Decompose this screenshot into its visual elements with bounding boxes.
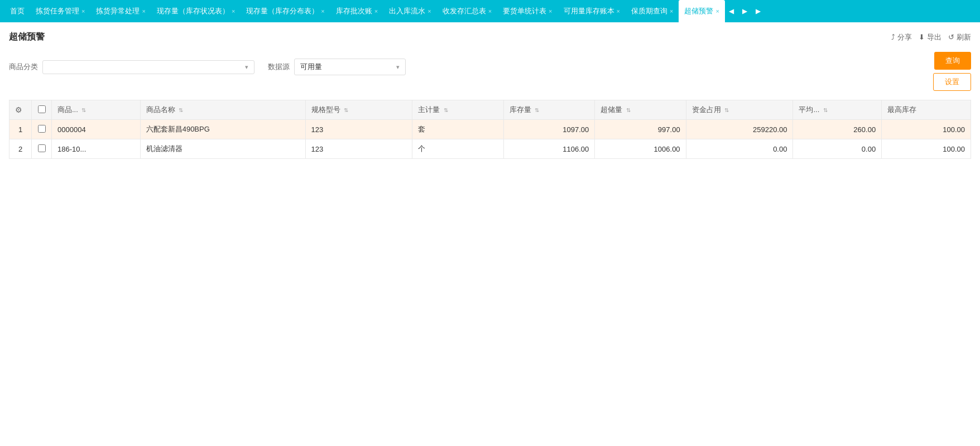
cell-capital: 0.00: [686, 139, 793, 159]
cell-stock: 1106.00: [503, 139, 594, 159]
settings-button[interactable]: 设置: [933, 73, 971, 91]
nav-more-arrow[interactable]: ▶: [752, 0, 765, 22]
datasource-filter: 数据源 可用量 ▾: [268, 59, 406, 75]
cell-overstock: 1006.00: [595, 139, 686, 159]
cell-overstock: 997.00: [595, 120, 686, 139]
row-checkbox-cell: [32, 139, 52, 159]
th-max-stock[interactable]: 最高库存: [882, 100, 971, 120]
cell-spec: 123: [305, 120, 412, 139]
gear-icon[interactable]: ⚙: [15, 105, 22, 114]
export-icon: ⬇: [919, 33, 925, 41]
sort-icon: ⇅: [535, 107, 539, 113]
close-icon[interactable]: ×: [670, 8, 673, 14]
cell-max-stock: 100.00: [882, 139, 971, 159]
datasource-value: 可用量: [300, 62, 322, 72]
close-icon[interactable]: ×: [374, 8, 378, 14]
cell-avg: 260.00: [793, 120, 882, 139]
page-title: 超储预警: [9, 31, 45, 43]
close-icon[interactable]: ×: [142, 8, 145, 14]
th-avg[interactable]: 平均... ⇅: [793, 100, 882, 120]
main-content: 超储预警 ⤴ 分享 ⬇ 导出 ↺ 刷新 商品分类 ▾: [0, 22, 980, 446]
cell-unit: 个: [412, 139, 503, 159]
sort-icon: ⇅: [626, 107, 631, 113]
datasource-label: 数据源: [268, 62, 290, 72]
close-icon[interactable]: ×: [81, 8, 85, 14]
th-unit[interactable]: 主计量 ⇅: [412, 100, 503, 120]
th-capital[interactable]: 资金占用 ⇅: [686, 100, 793, 120]
share-icon: ⤴: [891, 33, 895, 41]
th-stock[interactable]: 库存量 ⇅: [503, 100, 594, 120]
sort-icon: ⇅: [444, 107, 448, 113]
nav-item-stock-status[interactable]: 现存量（库存状况表） ×: [151, 0, 241, 22]
cell-avg: 0.00: [793, 139, 882, 159]
refresh-icon: ↺: [948, 33, 954, 41]
cell-product-code: 186-10...: [52, 139, 141, 159]
table-row: 2 186-10... 机油滤清器 123 个 1106.00 1006.00 …: [9, 139, 971, 159]
cell-capital: 259220.00: [686, 120, 793, 139]
filter-buttons: 查询 设置: [933, 52, 971, 91]
cell-product-name: 机油滤清器: [140, 139, 305, 159]
row-checkbox[interactable]: [38, 144, 46, 152]
row-checkbox-cell: [32, 120, 52, 139]
th-product-name[interactable]: 商品名称 ⇅: [140, 100, 305, 120]
select-all-checkbox[interactable]: [38, 105, 46, 113]
close-icon[interactable]: ×: [232, 8, 235, 14]
sort-icon: ⇅: [179, 107, 183, 113]
nav-item-home[interactable]: 首页: [4, 0, 30, 22]
row-checkbox[interactable]: [38, 125, 46, 133]
chevron-down-icon: ▾: [245, 64, 248, 71]
nav-left-arrow[interactable]: ◀: [725, 0, 738, 22]
sort-icon: ⇅: [823, 107, 828, 113]
page-header: 超储预警 ⤴ 分享 ⬇ 导出 ↺ 刷新: [9, 31, 971, 43]
export-button[interactable]: ⬇ 导出: [919, 32, 941, 42]
close-icon[interactable]: ×: [427, 8, 431, 14]
th-overstock[interactable]: 超储量 ⇅: [595, 100, 686, 120]
datasource-select[interactable]: 可用量 ▾: [294, 59, 406, 75]
nav-item-inout-flow[interactable]: 出入库流水 ×: [383, 0, 436, 22]
nav-item-available[interactable]: 可用量库存账本 ×: [558, 0, 626, 22]
nav-item-stock-dist[interactable]: 现存量（库存分布表） ×: [241, 0, 330, 22]
th-product-code[interactable]: 商品... ⇅: [52, 100, 141, 120]
close-icon[interactable]: ×: [321, 8, 324, 14]
chevron-down-icon: ▾: [396, 64, 400, 71]
cell-stock: 1097.00: [503, 120, 594, 139]
cell-max-stock: 100.00: [882, 120, 971, 139]
refresh-button[interactable]: ↺ 刷新: [948, 32, 971, 42]
cell-product-code: 0000004: [52, 120, 141, 139]
nav-item-expiry[interactable]: 保质期查询 ×: [626, 0, 679, 22]
nav-item-task-mgmt[interactable]: 拣货任务管理 ×: [30, 0, 90, 22]
category-filter: 商品分类 ▾: [9, 60, 254, 74]
cell-unit: 套: [412, 120, 503, 139]
cell-product-name: 六配套新昌490BPG: [140, 120, 305, 139]
sort-icon: ⇅: [344, 107, 348, 113]
close-icon[interactable]: ×: [617, 8, 620, 14]
nav-item-batch[interactable]: 库存批次账 ×: [330, 0, 383, 22]
table-row: 1 0000004 六配套新昌490BPG 123 套 1097.00 997.…: [9, 120, 971, 139]
nav-item-overstock[interactable]: 超储预警 ×: [679, 0, 724, 22]
th-settings[interactable]: ⚙: [9, 100, 32, 120]
nav-right-arrow[interactable]: ▶: [738, 0, 752, 22]
data-table: ⚙ 商品... ⇅ 商品名称 ⇅ 规格型号 ⇅ 主计量: [9, 100, 971, 159]
query-button[interactable]: 查询: [934, 52, 971, 70]
top-navigation: 首页 拣货任务管理 × 拣货异常处理 × 现存量（库存状况表） × 现存量（库存…: [0, 0, 980, 22]
cell-spec: 123: [305, 139, 412, 159]
close-icon[interactable]: ×: [549, 8, 552, 14]
th-spec[interactable]: 规格型号 ⇅: [305, 100, 412, 120]
header-actions: ⤴ 分享 ⬇ 导出 ↺ 刷新: [891, 32, 971, 42]
category-select[interactable]: ▾: [42, 60, 254, 74]
category-label: 商品分类: [9, 62, 38, 72]
table-header-row: ⚙ 商品... ⇅ 商品名称 ⇅ 规格型号 ⇅ 主计量: [9, 100, 971, 120]
th-checkbox: [32, 100, 52, 120]
share-button[interactable]: ⤴ 分享: [891, 32, 912, 42]
nav-item-summary[interactable]: 收发存汇总表 ×: [437, 0, 497, 22]
row-index: 2: [9, 139, 32, 159]
nav-item-demand[interactable]: 要货单统计表 ×: [497, 0, 558, 22]
sort-icon: ⇅: [81, 107, 86, 113]
nav-item-exception[interactable]: 拣货异常处理 ×: [90, 0, 151, 22]
row-index: 1: [9, 120, 32, 139]
sort-icon: ⇅: [724, 107, 729, 113]
close-icon[interactable]: ×: [715, 8, 719, 14]
close-icon[interactable]: ×: [488, 8, 492, 14]
